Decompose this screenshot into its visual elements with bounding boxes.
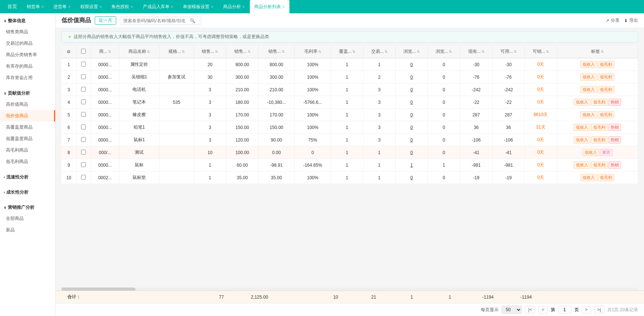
row-checkbox[interactable] [81, 175, 86, 180]
col-stock2[interactable]: 可用...⇅ [492, 45, 524, 58]
nav-sales[interactable]: 销货单 × [22, 0, 48, 13]
col-sale2[interactable]: 销售...⇅ [226, 45, 258, 58]
first-page-button[interactable]: |< [525, 306, 535, 313]
cell-browse1[interactable]: 0 [396, 71, 428, 84]
sidebar-item-low-value[interactable]: 低价值商品 [0, 110, 55, 122]
share-button[interactable]: ↗ 分享 [606, 17, 620, 24]
cell-checkbox[interactable] [76, 171, 91, 184]
cell-checkbox[interactable] [76, 146, 91, 159]
col-gross[interactable]: 毛利率⇅ [295, 45, 331, 58]
cell-browse1[interactable]: 0 [396, 96, 428, 109]
search-input[interactable] [123, 18, 190, 23]
browse1-link[interactable]: 0 [410, 75, 413, 80]
cell-browse1[interactable]: 0 [396, 109, 428, 121]
cell-checkbox[interactable] [76, 159, 91, 171]
browse1-link[interactable]: 0 [410, 137, 413, 143]
col-stock1[interactable]: 现有...⇅ [460, 45, 492, 58]
col-days[interactable]: 可销...⇅ [524, 45, 557, 58]
row-checkbox[interactable] [81, 62, 86, 67]
browse1-link[interactable]: 0 [410, 125, 413, 130]
sidebar-item-capital[interactable]: 库存资金占用 [0, 72, 55, 84]
nav-purchase-close[interactable]: × [68, 4, 70, 9]
col-spec[interactable]: 规格...⇅ [159, 45, 194, 58]
sidebar-item-high-coverage[interactable]: 高覆盖度商品 [0, 122, 55, 133]
page-size-select[interactable]: 50 100 200 [502, 306, 522, 314]
sidebar-group-growth[interactable]: › 成长性分析 [0, 187, 55, 198]
cell-browse1[interactable]: 1 [396, 159, 428, 171]
cell-checkbox[interactable] [76, 58, 91, 71]
browse1-link[interactable]: 1 [410, 163, 413, 168]
cell-checkbox[interactable] [76, 96, 91, 109]
browse1-link[interactable]: 0 [410, 62, 413, 67]
gear-icon[interactable]: ⚙ [67, 49, 71, 54]
row-checkbox[interactable] [81, 74, 86, 79]
row-checkbox[interactable] [81, 162, 86, 167]
table-wrapper[interactable]: ⚙ 商...⇅ 商品名称⇅ 规格...⇅ 销售...⇅ 销售...⇅ 销售...… [56, 45, 644, 288]
nav-analysis-list[interactable]: 商品分析列表 × [250, 0, 289, 13]
nav-sales-close[interactable]: × [41, 4, 44, 9]
row-checkbox[interactable] [81, 137, 86, 142]
sidebar-item-sales-products[interactable]: 销售类商品 [0, 26, 55, 38]
nav-template-close[interactable]: × [211, 4, 213, 9]
row-checkbox[interactable] [81, 87, 86, 92]
browse1-link[interactable]: 0 [410, 112, 413, 118]
nav-permissions[interactable]: 权限设置 × [76, 0, 106, 13]
nav-analysis-close[interactable]: × [242, 4, 245, 9]
page-number-input[interactable] [558, 306, 571, 313]
cell-checkbox[interactable] [76, 121, 91, 134]
nav-analysis[interactable]: 商品分析 × [219, 0, 249, 13]
nav-analysis-list-close[interactable]: × [282, 4, 285, 9]
prev-page-button[interactable]: < [538, 306, 547, 313]
time-filter-button[interactable]: 近一月 [95, 16, 116, 25]
sidebar-item-low-coverage[interactable]: 低覆盖度商品 [0, 133, 55, 145]
nav-permissions-close[interactable]: × [100, 4, 102, 9]
search-icon[interactable]: 🔍 [190, 18, 195, 23]
sidebar-group-marketing[interactable]: ∨ 营销推广分析 [0, 202, 55, 213]
nav-template[interactable]: 单据模板设置 × [178, 0, 218, 13]
cell-browse1[interactable]: 0 [396, 171, 428, 184]
browse1-link[interactable]: 0 [410, 175, 413, 180]
row-checkbox[interactable] [81, 125, 86, 129]
sidebar-item-traded-products[interactable]: 交易过的商品 [0, 38, 55, 49]
col-sale3[interactable]: 销售...⇅ [258, 45, 294, 58]
col-sale1[interactable]: 销售...⇅ [194, 45, 226, 58]
col-tags[interactable]: 标签⇅ [557, 45, 638, 58]
cell-checkbox[interactable] [76, 134, 91, 146]
cell-browse1[interactable]: 0 [396, 58, 428, 71]
col-browse1[interactable]: 浏览...⇅ [396, 45, 428, 58]
row-checkbox[interactable] [81, 150, 86, 154]
scrollbar-thumb[interactable] [61, 288, 135, 290]
col-trade[interactable]: 交易...⇅ [363, 45, 395, 58]
sidebar-group-contribution[interactable]: ∨ 贡献值分析 [0, 88, 55, 99]
sidebar-item-low-margin[interactable]: 低毛利商品 [0, 156, 55, 167]
nav-purchase[interactable]: 进货单 × [49, 0, 75, 13]
export-button[interactable]: ⬇ 导出 [624, 17, 638, 24]
col-name[interactable]: 商品名称⇅ [119, 45, 160, 58]
sidebar-item-high-value[interactable]: 高价值商品 [0, 99, 55, 110]
next-page-button[interactable]: > [582, 306, 591, 313]
last-page-button[interactable]: >| [594, 306, 604, 313]
cell-checkbox[interactable] [76, 71, 91, 84]
col-browse2[interactable]: 浏览...⇅ [428, 45, 460, 58]
nav-home[interactable]: 首页 [3, 0, 21, 13]
cell-checkbox[interactable] [76, 84, 91, 96]
row-checkbox[interactable] [81, 99, 86, 104]
sidebar-item-high-margin[interactable]: 高毛利商品 [0, 145, 55, 156]
sidebar-item-category-sales[interactable]: 商品分类销售率 [0, 49, 55, 61]
nav-roles-close[interactable]: × [131, 4, 133, 9]
sidebar-group-overall[interactable]: ∨ 整体信息 [0, 16, 55, 26]
cell-browse1[interactable]: 0 [396, 146, 428, 159]
sidebar-item-all-products[interactable]: 全部商品 [0, 213, 55, 224]
sidebar-item-stock-products[interactable]: 有库存的商品 [0, 61, 55, 72]
nav-products[interactable]: 产成品入库单 × [138, 0, 178, 13]
nav-products-close[interactable]: × [171, 4, 173, 9]
browse1-link[interactable]: 0 [410, 100, 413, 105]
cell-browse1[interactable]: 0 [396, 121, 428, 134]
col-checkbox[interactable] [76, 45, 91, 58]
cell-browse1[interactable]: 0 [396, 84, 428, 96]
sidebar-group-flow[interactable]: › 流速性分析 [0, 172, 55, 183]
nav-roles[interactable]: 角色授权 × [107, 0, 137, 13]
col-cover[interactable]: 覆盖...⇅ [331, 45, 363, 58]
col-gear[interactable]: ⚙ [61, 45, 76, 58]
select-all-checkbox[interactable] [81, 49, 86, 54]
